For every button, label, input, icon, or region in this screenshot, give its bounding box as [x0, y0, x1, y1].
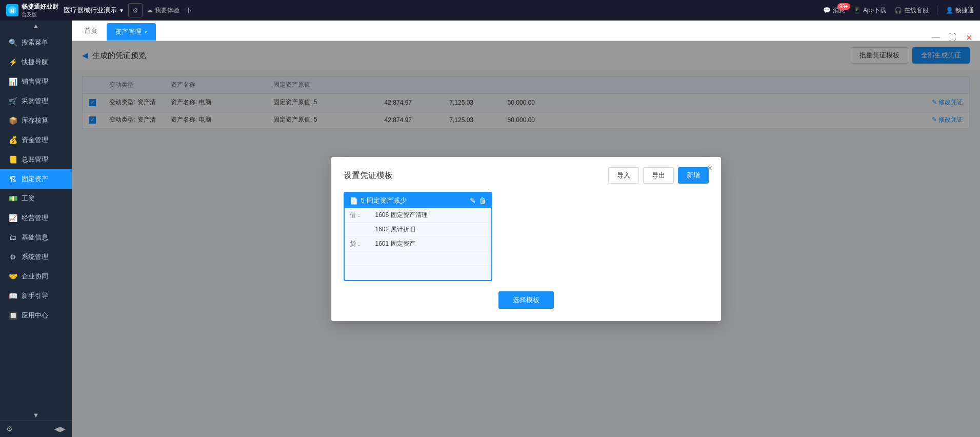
modal-overlay: 设置凭证模板 导入 导出 新增 ×	[72, 41, 980, 437]
template-card-header: 📄 5-固定资产减少 ✎ 🗑	[345, 193, 491, 208]
sidebar-item-system[interactable]: ⚙ 系统管理	[0, 247, 72, 267]
content-area: 首页 资产管理 × ◀ 生成的凭证预览 批量凭证模板 全部生成凭	[72, 21, 980, 437]
window-close-button[interactable]: ✕	[962, 30, 976, 45]
sidebar-settings-icon[interactable]: ⚙	[6, 425, 13, 433]
funds-icon: 💰	[8, 135, 17, 145]
sidebar-label-operations: 经营管理	[22, 213, 48, 223]
sidebar-item-basics[interactable]: 🗂 基础信息	[0, 228, 72, 247]
ledger-icon: 📒	[8, 155, 17, 164]
company-name: 医疗器械行业演示	[64, 6, 117, 15]
sidebar-item-ledger[interactable]: 📒 总账管理	[0, 150, 72, 169]
user-icon: 👤	[946, 7, 953, 14]
experience-button[interactable]: ☁ 我要体验一下	[147, 6, 192, 15]
service-icon: 🎧	[894, 7, 902, 14]
sidebar-label-fixed-assets: 固定资产	[22, 174, 48, 184]
template-card: 📄 5-固定资产减少 ✎ 🗑	[344, 192, 492, 281]
download-icon: 📱	[853, 7, 861, 14]
online-service-button[interactable]: 🎧 在线客服	[894, 6, 929, 15]
operations-icon: 📈	[8, 213, 17, 223]
messages-badge: 99+	[837, 3, 850, 10]
experience-label: 我要体验一下	[155, 6, 192, 15]
window-maximize-button[interactable]: ⛶	[945, 30, 959, 45]
export-button[interactable]: 导出	[643, 167, 674, 184]
tab-asset-management[interactable]: 资产管理 ×	[107, 23, 156, 41]
sidebar-item-fixed-assets[interactable]: 🏗 固定资产	[0, 169, 72, 189]
logo-icon: 财	[6, 4, 18, 16]
modal-body: 📄 5-固定资产减少 ✎ 🗑	[331, 192, 721, 321]
sidebar-item-purchase[interactable]: 🛒 采购管理	[0, 91, 72, 111]
app-download-button[interactable]: 📱 App下载	[853, 6, 886, 15]
active-tab-label: 资产管理	[115, 27, 142, 36]
template-row-2: 1602 累计折旧	[345, 223, 491, 237]
company-selector[interactable]: 医疗器械行业演示 ▼	[64, 6, 124, 15]
sidebar-collapse-icon[interactable]: ◀▶	[54, 425, 66, 433]
sidebar-item-wages[interactable]: 💵 工资	[0, 189, 72, 208]
user-button[interactable]: 👤 畅捷通	[946, 6, 974, 15]
import-button[interactable]: 导入	[608, 167, 639, 184]
select-template-button[interactable]: 选择模板	[498, 291, 554, 309]
sidebar-scroll-down[interactable]: ▼	[0, 410, 72, 420]
sidebar-label-funds: 资金管理	[22, 135, 48, 145]
svg-text:财: 财	[10, 9, 14, 13]
purchase-icon: 🛒	[8, 96, 17, 106]
basics-icon: 🗂	[8, 233, 17, 242]
sidebar-item-quick-nav[interactable]: ⚡ 快捷导航	[0, 52, 72, 72]
wages-icon: 💵	[8, 194, 17, 203]
window-minimize-button[interactable]: —	[929, 30, 943, 45]
sidebar-label-system: 系统管理	[22, 252, 48, 262]
sidebar-item-enterprise[interactable]: 🤝 企业协同	[0, 267, 72, 286]
quick-nav-icon: ⚡	[8, 57, 17, 67]
sidebar-scroll-up[interactable]: ▲	[0, 21, 72, 31]
sidebar-label-wages: 工资	[22, 194, 35, 203]
message-icon: 💬	[823, 7, 831, 14]
sidebar-item-app-center[interactable]: 🔲 应用中心	[0, 306, 72, 325]
search-icon: 🔍	[8, 38, 17, 47]
sidebar-item-guide[interactable]: 📖 新手引导	[0, 286, 72, 306]
sidebar-label-search: 搜索菜单	[22, 38, 48, 47]
user-label: 畅捷通	[955, 6, 974, 15]
sidebar-bottom: ⚙ ◀▶	[0, 420, 72, 437]
sidebar-item-search[interactable]: 🔍 搜索菜单	[0, 33, 72, 52]
sidebar-item-operations[interactable]: 📈 经营管理	[0, 208, 72, 228]
chevron-down-icon: ▼	[119, 8, 124, 13]
template-card-body: 借： 1606 固定资产清理 1602 累计折旧 贷：	[345, 208, 491, 280]
inventory-icon: 📦	[8, 116, 17, 125]
settings-button[interactable]: ⚙	[128, 3, 143, 17]
modal-close-button[interactable]: ×	[707, 163, 713, 174]
sidebar-item-sales[interactable]: 📊 销售管理	[0, 72, 72, 91]
sidebar-label-inventory: 库存核算	[22, 116, 48, 125]
sidebar-menu: 🔍 搜索菜单 ⚡ 快捷导航 📊 销售管理 🛒 采购管理 📦 库存核算	[0, 31, 72, 410]
sidebar-label-quick-nav: 快捷导航	[22, 57, 48, 67]
messages-button[interactable]: 💬 消息 99+	[823, 6, 845, 15]
sidebar-label-app-center: 应用中心	[22, 311, 48, 320]
top-bar: 财 畅捷通好业财 普及版 医疗器械行业演示 ▼ ⚙ ☁ 我要体验一下 💬 消息 …	[0, 0, 980, 21]
modal-header-actions: 导入 导出 新增	[608, 167, 709, 184]
sidebar-item-funds[interactable]: 💰 资金管理	[0, 130, 72, 150]
template-row-1: 借： 1606 固定资产清理	[345, 208, 491, 223]
modal-header: 设置凭证模板 导入 导出 新增 ×	[331, 157, 721, 192]
template-card-actions: ✎ 🗑	[470, 196, 486, 205]
top-bar-center: 医疗器械行业演示 ▼ ⚙ ☁ 我要体验一下	[64, 3, 818, 17]
select-template-area: 选择模板	[344, 291, 709, 309]
enterprise-icon: 🤝	[8, 272, 17, 281]
template-edit-icon[interactable]: ✎	[470, 196, 476, 205]
system-icon: ⚙	[8, 252, 17, 262]
sidebar-label-enterprise: 企业协同	[22, 272, 48, 281]
app-logo: 财 畅捷通好业财 普及版	[6, 3, 58, 18]
template-row-3: 贷： 1601 固定资产	[345, 237, 491, 251]
tab-home[interactable]: 首页	[76, 22, 106, 41]
top-bar-right: 💬 消息 99+ 📱 App下载 🎧 在线客服 👤 畅捷通	[823, 5, 974, 15]
sidebar-label-purchase: 采购管理	[22, 96, 48, 106]
window-controls: — ⛶ ✕	[925, 28, 980, 47]
tab-close-icon[interactable]: ×	[145, 29, 148, 35]
sidebar-label-ledger: 总账管理	[22, 155, 48, 164]
template-document-icon: 📄	[350, 197, 358, 205]
main-area: ▲ 🔍 搜索菜单 ⚡ 快捷导航 📊 销售管理 🛒 采购管理	[0, 21, 980, 437]
sidebar-item-inventory[interactable]: 📦 库存核算	[0, 111, 72, 130]
fixed-assets-icon: 🏗	[8, 174, 17, 184]
template-delete-icon[interactable]: 🗑	[479, 196, 486, 205]
new-template-button[interactable]: 新增	[678, 167, 709, 184]
sales-icon: 📊	[8, 77, 17, 86]
divider	[937, 5, 937, 15]
home-tab-label: 首页	[84, 27, 97, 34]
